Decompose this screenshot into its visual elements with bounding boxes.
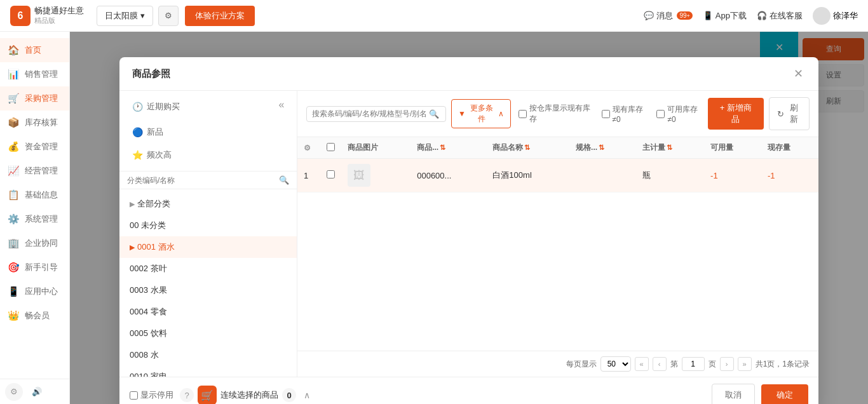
cell-code: 000600...	[410, 159, 486, 192]
select-all-checkbox[interactable]	[327, 143, 335, 151]
prev-page-btn[interactable]: ‹	[653, 357, 667, 371]
filter-more-btn[interactable]: ▼ 更多条件 ∧	[451, 99, 511, 128]
help-icon-btn[interactable]: ?	[180, 388, 194, 402]
th-spec[interactable]: 规格... ⇅	[569, 137, 635, 159]
next-page-btn[interactable]: ›	[720, 357, 734, 371]
refresh-btn[interactable]: ↻ 刷新	[769, 97, 810, 130]
content-area: 查询 设置 刷新 ✕ ⬜ 商品参照 ✕	[70, 32, 868, 404]
first-page-btn[interactable]: «	[635, 357, 649, 371]
th-spec-label: 规格...	[576, 142, 597, 153]
sidebar-label-basicinfo: 基础信息	[25, 189, 58, 201]
new-icon: 🔵	[132, 127, 143, 137]
user-avatar-area[interactable]: 徐泽华	[813, 7, 858, 25]
message-btn[interactable]: 💬 消息 99+	[644, 10, 692, 22]
checkbox-by-warehouse[interactable]: 按仓库显示现有库存	[519, 103, 592, 125]
sidebar-volume-btn[interactable]: 🔊	[28, 383, 46, 401]
checkbox-usable-input[interactable]	[656, 110, 665, 118]
sidebar-item-sales[interactable]: 📊 销售管理	[0, 62, 69, 86]
try-industry-btn[interactable]: 体验行业方案	[185, 6, 255, 26]
product-table: ⚙ 商品图片	[297, 137, 818, 192]
per-page-select[interactable]: 50	[600, 356, 631, 372]
cat-item-all[interactable]: ▶ 全部分类	[119, 193, 297, 215]
new-product-btn[interactable]: 🔵 新品	[127, 123, 289, 142]
checkbox-usable-stock[interactable]: 可用库存≠0	[656, 104, 703, 124]
dialog-close-btn[interactable]: ✕	[790, 66, 806, 81]
sidebar-item-enterprise[interactable]: 🏢 企业协同	[0, 231, 69, 255]
th-checkbox	[320, 137, 341, 159]
dialog-left-panel: 🕐 近期购买 « 🔵 新品 ⭐ 频次	[119, 91, 297, 377]
online-service-btn[interactable]: 🎧 在线客服	[757, 10, 803, 22]
branch-dropdown[interactable]: 日太阳膜 ▾	[97, 6, 153, 26]
th-name[interactable]: 商品名称 ⇅	[486, 137, 569, 159]
message-icon: 💬	[644, 11, 654, 20]
checkbox-available-input[interactable]	[602, 110, 610, 118]
table-row[interactable]: 1 🖼	[297, 159, 818, 192]
show-disabled-input[interactable]	[130, 391, 138, 400]
cell-check[interactable]	[320, 159, 341, 192]
appcenter-icon: 📱	[8, 286, 20, 297]
cart-area: ? 🛒 连续选择的商品 0 ∧	[180, 386, 314, 404]
settings-gear-btn[interactable]: ⚙	[158, 6, 179, 26]
cat-item-00[interactable]: 00 未分类	[119, 215, 297, 236]
home-icon: 🏠	[8, 44, 20, 56]
cat-label-00: 00 未分类	[130, 220, 166, 231]
freq-high-btn[interactable]: ⭐ 频次高	[127, 145, 289, 165]
cat-item-0002[interactable]: 0002 茶叶	[119, 258, 297, 279]
sidebar-gear-btn[interactable]: ⚙	[5, 383, 23, 401]
sidebar-item-operation[interactable]: 📈 经营管理	[0, 159, 69, 183]
sidebar-item-system[interactable]: ⚙️ 系统管理	[0, 207, 69, 231]
cancel-btn[interactable]: 取消	[712, 384, 755, 404]
th-unit-label: 主计量	[642, 142, 665, 153]
per-page-label: 每页显示	[566, 359, 597, 370]
purchase-icon: 🛒	[8, 93, 20, 104]
headset-icon: 🎧	[757, 11, 767, 20]
cell-name: 白酒100ml	[486, 159, 569, 192]
category-search-input[interactable]	[127, 176, 276, 185]
cart-icon[interactable]: 🛒	[198, 386, 217, 404]
image-placeholder-icon: 🖼	[353, 169, 365, 182]
checkbox-available-stock[interactable]: 现有库存≠0	[602, 104, 648, 124]
sidebar-item-guide[interactable]: 🎯 新手引导	[0, 255, 69, 279]
left-panel-collapse-btn[interactable]: «	[274, 97, 289, 112]
cart-fold-btn[interactable]: ∧	[300, 388, 314, 402]
cat-item-0004[interactable]: 0004 零食	[119, 301, 297, 323]
row-checkbox[interactable]	[327, 170, 335, 178]
cat-label-0004: 0004 零食	[130, 306, 167, 318]
sidebar-item-basicinfo[interactable]: 📋 基础信息	[0, 183, 69, 207]
cat-item-0010[interactable]: 0010 家电	[119, 366, 297, 377]
confirm-btn[interactable]: 确定	[761, 384, 808, 404]
product-thumbnail: 🖼	[348, 164, 370, 187]
avatar	[813, 7, 831, 25]
product-search-input[interactable]	[312, 109, 426, 118]
checkbox-available-label: 现有库存≠0	[613, 104, 648, 124]
th-code[interactable]: 商品... ⇅	[410, 137, 486, 159]
filter-checkboxes: 按仓库显示现有库存 现有库存≠0 可用库存≠0	[519, 103, 703, 125]
cart-label: 连续选择的商品	[220, 389, 278, 401]
show-disabled-checkbox[interactable]: 显示停用	[130, 389, 173, 401]
cat-item-0001[interactable]: ▶ 0001 酒水	[119, 236, 297, 258]
last-page-btn[interactable]: »	[738, 357, 752, 371]
sidebar-item-purchase[interactable]: 🛒 采购管理	[0, 86, 69, 111]
recent-purchase-btn[interactable]: 🕐 近期购买	[127, 97, 185, 116]
sidebar-label-member: 畅会员	[25, 310, 50, 321]
user-name: 徐泽华	[833, 10, 858, 22]
cat-item-0003[interactable]: 0003 水果	[119, 279, 297, 301]
page-number-input[interactable]	[682, 357, 705, 371]
category-search-icon[interactable]: 🔍	[279, 175, 289, 185]
sidebar-item-member[interactable]: 👑 畅会员	[0, 304, 69, 328]
product-search-icon[interactable]: 🔍	[429, 109, 439, 119]
sidebar-item-home[interactable]: 🏠 首页	[0, 38, 69, 62]
th-gear[interactable]: ⚙	[297, 137, 320, 159]
th-unit[interactable]: 主计量 ⇅	[636, 137, 705, 159]
sidebar-item-inventory[interactable]: 📦 库存核算	[0, 111, 69, 135]
gear-icon[interactable]: ⚙	[304, 144, 311, 152]
add-product-btn[interactable]: + 新增商品	[708, 98, 763, 130]
sidebar-item-appcenter[interactable]: 📱 应用中心	[0, 279, 69, 304]
cat-item-0005[interactable]: 0005 饮料	[119, 323, 297, 344]
app-download-btn[interactable]: 📱 App下载	[703, 10, 747, 22]
sidebar-item-finance[interactable]: 💰 资金管理	[0, 135, 69, 159]
checkbox-warehouse-input[interactable]	[519, 110, 527, 118]
cat-label-0001: 0001 酒水	[137, 241, 175, 253]
cat-item-0008[interactable]: 0008 水	[119, 344, 297, 366]
sidebar-label-appcenter: 应用中心	[25, 286, 58, 297]
